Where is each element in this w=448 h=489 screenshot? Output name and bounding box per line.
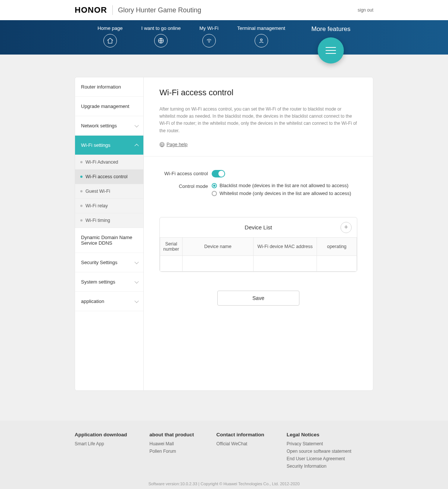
footer-col-title: Legal Notices xyxy=(287,432,351,437)
footer-col-title: about that product xyxy=(149,432,194,437)
footer-col-contact: Contact information Official WeChat xyxy=(216,432,264,471)
nav-wifi[interactable]: My Wi-Fi xyxy=(199,25,218,47)
hamburger-icon xyxy=(318,37,344,64)
footer-col-title: Contact information xyxy=(216,432,264,437)
footer-link[interactable]: Smart Life App xyxy=(75,441,127,446)
page-help-link[interactable]: ? Page help xyxy=(159,142,187,147)
sidebar-sub-wifi-timing[interactable]: Wi-Fi timing xyxy=(75,213,143,228)
footer-link[interactable]: Privacy Statement xyxy=(287,441,351,446)
sidebar-sub-wifi-advanced[interactable]: Wi-Fi Advanced xyxy=(75,155,143,170)
add-device-button[interactable]: + xyxy=(340,222,352,233)
device-list-title: Device List xyxy=(245,224,272,230)
row-control-mode: Control mode Blacklist mode (devices in … xyxy=(159,183,357,198)
cell-empty xyxy=(160,256,183,272)
footer-col-title: Application download xyxy=(75,432,127,437)
page-title: Wi-Fi access control xyxy=(159,88,357,98)
product-title: Glory Hunter Game Routing xyxy=(118,6,201,14)
toggle-access-control[interactable] xyxy=(212,170,225,177)
footer: Application download Smart Life App abou… xyxy=(0,421,448,489)
nav-items: Home page I want to go online My Wi-Fi T… xyxy=(97,20,351,61)
sidebar-sub-wifi-relay[interactable]: Wi-Fi relay xyxy=(75,199,143,213)
nav-label: Terminal management xyxy=(237,25,285,31)
col-operating: operating xyxy=(317,238,357,256)
sidebar-sub-guest-wifi[interactable]: Guest Wi-Fi xyxy=(75,184,143,199)
nav-more-label: More features xyxy=(311,25,351,33)
col-mac: Wi-Fi device MAC address xyxy=(253,238,317,256)
divider xyxy=(144,156,373,157)
footer-link[interactable]: Security Information xyxy=(287,464,351,469)
radio-blacklist[interactable]: Blacklist mode (devices in the list are … xyxy=(212,183,351,188)
sidebar-item-security[interactable]: Security Settings xyxy=(75,253,143,272)
page-description: After turning on Wi-Fi access control, y… xyxy=(159,106,357,134)
sidebar-wifi-submenu: Wi-Fi Advanced Wi-Fi access control Gues… xyxy=(75,155,143,228)
radio-whitelist[interactable]: Whitelist mode (only devices in the list… xyxy=(212,191,351,196)
nav-terminal[interactable]: Terminal management xyxy=(237,25,285,47)
top-bar: HONOR Glory Hunter Game Routing sign out xyxy=(0,0,448,20)
nav-label: I want to go online xyxy=(141,25,181,31)
radio-blacklist-label: Blacklist mode (devices in the list are … xyxy=(220,183,348,188)
sidebar-item-wifi[interactable]: Wi-Fi settings xyxy=(75,136,143,155)
content-area: Wi-Fi access control After turning on Wi… xyxy=(144,77,373,390)
footer-col-legal: Legal Notices Privacy Statement Open sou… xyxy=(287,432,351,471)
globe-icon xyxy=(154,34,168,47)
radio-icon xyxy=(212,183,217,188)
sidebar-item-network[interactable]: Network settings xyxy=(75,116,143,136)
help-icon: ? xyxy=(159,142,165,147)
wifi-icon xyxy=(202,34,216,47)
radio-icon xyxy=(212,191,217,196)
radio-whitelist-label: Whitelist mode (only devices in the list… xyxy=(220,191,351,196)
sign-out-link[interactable]: sign out xyxy=(358,7,373,13)
label-access-control: Wi-Fi access control xyxy=(159,170,208,176)
label-control-mode: Control mode xyxy=(159,183,208,189)
cell-empty xyxy=(253,256,317,272)
footer-bottom: Software version:10.0.2.33 | Copyright ©… xyxy=(0,482,448,486)
page-container: Router information Upgrade management Ne… xyxy=(75,77,373,391)
plus-icon: + xyxy=(344,223,348,231)
device-table: Serial number Device name Wi-Fi device M… xyxy=(160,237,357,272)
col-device-name: Device name xyxy=(183,238,253,256)
svg-point-1 xyxy=(209,42,209,43)
footer-link[interactable]: Huawei Mall xyxy=(149,441,194,446)
save-button[interactable]: Save xyxy=(217,291,299,306)
footer-col-download: Application download Smart Life App xyxy=(75,432,127,471)
nav-more[interactable]: More features xyxy=(311,25,351,61)
footer-link[interactable]: Open source software statement xyxy=(287,449,351,454)
main-navbar: Home page I want to go online My Wi-Fi T… xyxy=(0,20,448,55)
brand-divider xyxy=(112,5,113,15)
sidebar-item-ddns[interactable]: Dynamic Domain Name Service DDNS xyxy=(75,228,143,253)
row-access-control: Wi-Fi access control xyxy=(159,170,357,177)
nav-label: My Wi-Fi xyxy=(199,25,218,31)
sidebar-item-system[interactable]: System settings xyxy=(75,272,143,292)
sidebar-sub-wifi-access-control[interactable]: Wi-Fi access control xyxy=(75,170,143,184)
sidebar-item-application[interactable]: application xyxy=(75,292,143,311)
cell-empty xyxy=(317,256,357,272)
nav-label: Home page xyxy=(97,25,122,31)
cell-empty xyxy=(183,256,253,272)
device-list-card: Device List + Serial number Device name … xyxy=(159,217,357,272)
brand-logo: HONOR xyxy=(75,5,107,15)
footer-link[interactable]: End User License Agreement xyxy=(287,456,351,461)
home-icon xyxy=(103,34,117,47)
nav-online[interactable]: I want to go online xyxy=(141,25,181,47)
nav-home[interactable]: Home page xyxy=(97,25,122,47)
user-icon xyxy=(255,34,268,47)
footer-col-about: about that product Huawei Mall Pollen Fo… xyxy=(149,432,194,471)
col-serial: Serial number xyxy=(160,238,183,256)
device-list-header: Device List + xyxy=(160,217,357,237)
sidebar-item-router-info[interactable]: Router information xyxy=(75,77,143,97)
table-row xyxy=(160,256,357,272)
footer-link[interactable]: Pollen Forum xyxy=(149,449,194,454)
sidebar: Router information Upgrade management Ne… xyxy=(75,77,144,390)
svg-point-2 xyxy=(260,39,262,41)
footer-columns: Application download Smart Life App abou… xyxy=(75,432,373,471)
sidebar-item-upgrade[interactable]: Upgrade management xyxy=(75,97,143,116)
footer-link[interactable]: Official WeChat xyxy=(216,441,264,446)
page-help-label: Page help xyxy=(167,142,187,147)
